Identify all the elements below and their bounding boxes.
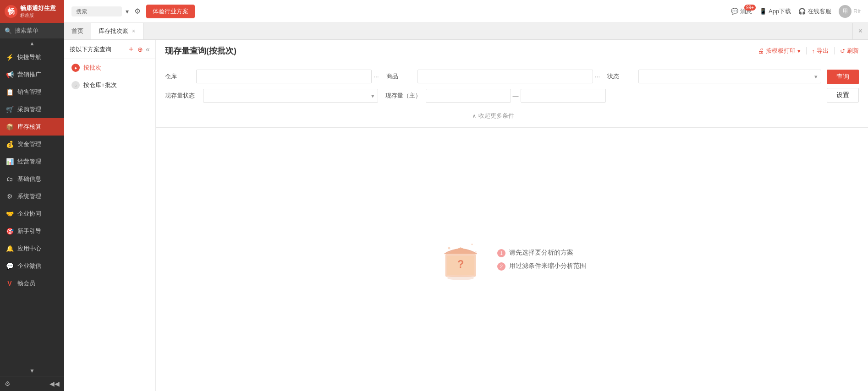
sidebar-item-label: 企业协同 <box>17 210 41 218</box>
message-badge: 99+ <box>744 5 756 11</box>
company-name: 畅康通好生意 <box>20 5 56 12</box>
refresh-button[interactable]: ↺ 刷新 <box>840 47 859 55</box>
sidebar-item-label: 资金管理 <box>17 140 41 148</box>
empty-tip-1-text: 请先选择要分析的方案 <box>509 249 573 257</box>
page-title: 现存量查询(按批次) <box>165 45 236 56</box>
scheme-settings-button[interactable]: ⊕ <box>137 46 143 53</box>
tab-inventory-batch[interactable]: 库存批次账 × <box>91 23 144 39</box>
chevron-down-icon: ▾ <box>126 8 129 15</box>
app-download-button[interactable]: 📱 App下载 <box>759 7 791 16</box>
print-button[interactable]: 🖨 按模板打印 ▾ <box>758 47 801 55</box>
sidebar-item-newbie[interactable]: 🎯 新手引导 <box>0 223 64 240</box>
trial-button[interactable]: 体验行业方案 <box>146 5 195 18</box>
stock-amount-min-input[interactable] <box>426 89 511 103</box>
phone-icon: 📱 <box>759 8 767 15</box>
purchase-icon: 🛒 <box>5 105 14 114</box>
left-panel-actions: ＋ ⊕ « <box>127 44 150 54</box>
sidebar-item-label: 企业微信 <box>17 262 41 270</box>
tab-home-label: 首页 <box>71 27 83 35</box>
divider2 <box>834 47 835 54</box>
sidebar-item-label: 销售管理 <box>17 88 41 96</box>
sidebar-item-sales[interactable]: 📋 销售管理 <box>0 83 64 101</box>
stock-amount-max-input[interactable] <box>521 89 606 103</box>
tab-close-button[interactable]: × <box>131 28 136 34</box>
sidebar-item-operations[interactable]: 📊 经营管理 <box>0 153 64 170</box>
print-btn-label: 按模板打印 <box>766 47 796 55</box>
collapse-more-button[interactable]: ∧ 收起更多条件 <box>165 108 821 122</box>
search-menu-item[interactable]: 🔍 搜索菜单 <box>0 23 64 38</box>
query-btn-label: 查询 <box>836 73 849 80</box>
message-button[interactable]: 💬 消息 99+ <box>731 7 752 16</box>
sidebar-item-finance[interactable]: 💰 资金管理 <box>0 136 64 153</box>
svg-point-5 <box>471 244 472 245</box>
sidebar-item-label: 库存核算 <box>17 123 41 131</box>
scheme-item-batch[interactable]: ● 按批次 <box>64 59 155 76</box>
filter-row-1: 仓库 ··· 商品 ··· <box>165 70 821 83</box>
sidebar-item-system[interactable]: ⚙ 系统管理 <box>0 188 64 205</box>
empty-tip-2: 2 用过滤条件来缩小分析范围 <box>497 262 586 271</box>
empty-state: ? 1 请先选择要分析的方案 2 <box>156 128 868 391</box>
online-service-button[interactable]: 🎧 在线客服 <box>798 7 831 16</box>
tab-active-label: 库存批次账 <box>99 27 128 35</box>
tab-home[interactable]: 首页 <box>64 23 91 39</box>
global-close-button[interactable]: × <box>852 23 868 39</box>
sidebar-item-enterprise-wechat[interactable]: 💬 企业微信 <box>0 257 64 275</box>
settings-button[interactable]: ⚙ <box>5 380 11 387</box>
svg-point-6 <box>475 251 477 252</box>
export-btn-label: 导出 <box>817 47 829 55</box>
sidebar-item-inventory[interactable]: 📦 库存核算 <box>0 118 64 136</box>
scheme-item-warehouse-batch[interactable]: ○ 按仓库+批次 <box>64 76 155 94</box>
filter-settings-button[interactable]: 设置 <box>827 88 859 103</box>
export-button[interactable]: ↑ 导出 <box>812 47 829 55</box>
app-center-icon: 🔔 <box>5 244 14 253</box>
search-menu-label: 搜索菜单 <box>15 27 38 35</box>
stock-amount-field: 现存量（主） — <box>385 89 599 103</box>
sidebar-scroll-up[interactable]: ▲ <box>0 38 64 49</box>
sidebar-header: 畅 畅康通好生意 标准版 <box>0 0 64 23</box>
filter-area: 仓库 ··· 商品 ··· <box>156 62 868 128</box>
marketing-icon: 📢 <box>5 71 14 79</box>
warehouse-input[interactable] <box>196 70 372 83</box>
logo-char: 畅 <box>7 7 15 16</box>
sidebar-footer: ⚙ ◀◀ <box>0 376 64 391</box>
page-header: 现存量查询(按批次) 🖨 按模板打印 ▾ ↑ 导出 ↺ 刷 <box>156 40 868 62</box>
warehouse-more-button[interactable]: ··· <box>374 73 379 80</box>
stock-status-select-wrap: ▾ <box>203 89 378 103</box>
product-input[interactable] <box>418 70 593 83</box>
sidebar-item-enterprise-collab[interactable]: 🤝 企业协同 <box>0 205 64 223</box>
scheme-icon-inactive: ○ <box>71 81 80 89</box>
sidebar-item-label: 快捷导航 <box>17 53 41 61</box>
user-avatar[interactable]: 用 Rit <box>839 5 861 18</box>
topbar-gear-button[interactable]: ⚙ <box>134 7 141 16</box>
export-icon: ↑ <box>812 48 815 54</box>
stock-amount-dash: — <box>511 92 521 99</box>
status-select[interactable] <box>638 70 821 83</box>
add-scheme-button[interactable]: ＋ <box>127 44 135 54</box>
sidebar-item-member[interactable]: V 畅会员 <box>0 275 64 292</box>
left-panel-collapse-button[interactable]: « <box>146 45 150 54</box>
edition-label: 标准版 <box>20 12 56 18</box>
sidebar-item-quick-nav[interactable]: ⚡ 快捷导航 <box>0 49 64 66</box>
warehouse-more-icon: ··· <box>374 73 379 80</box>
topbar-dropdown-button[interactable]: ▾ <box>126 8 129 15</box>
stock-status-select[interactable] <box>203 89 378 103</box>
stock-status-label: 现存量状态 <box>165 92 199 100</box>
empty-illustration: ? <box>438 237 483 282</box>
warehouse-label: 仓库 <box>165 72 192 81</box>
sidebar-item-purchase[interactable]: 🛒 采购管理 <box>0 101 64 118</box>
sidebar-collapse-button[interactable]: ◀◀ <box>49 380 60 387</box>
sidebar-item-app-center[interactable]: 🔔 应用中心 <box>0 240 64 257</box>
query-button[interactable]: 查询 <box>827 70 859 84</box>
status-select-wrap: ▾ <box>638 70 821 83</box>
sidebar-item-basic-info[interactable]: 🗂 基础信息 <box>0 170 64 188</box>
topbar-search-input[interactable] <box>71 6 122 16</box>
filter-area-inner: 仓库 ··· 商品 ··· <box>165 70 859 122</box>
product-more-icon: ··· <box>595 73 600 80</box>
main-content: ▾ ⚙ 体验行业方案 💬 消息 99+ 📱 App下载 🎧 在线客服 <box>64 0 868 391</box>
product-field: 商品 ··· <box>386 70 600 83</box>
sidebar-item-label: 营销推广 <box>17 71 41 79</box>
sidebar-scroll-down[interactable]: ▼ <box>0 366 64 376</box>
sidebar-item-marketing[interactable]: 📢 营销推广 <box>0 66 64 83</box>
sales-icon: 📋 <box>5 88 14 96</box>
product-more-button[interactable]: ··· <box>595 73 600 80</box>
